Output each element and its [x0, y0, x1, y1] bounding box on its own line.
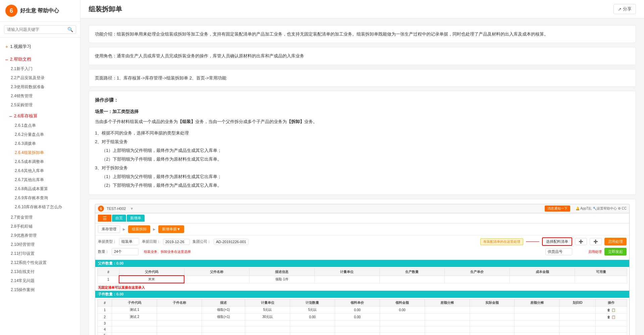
table-row: 2 测试 2 领取(+1) 30元以 0.00 0.00 — [98, 314, 627, 321]
ss-add-btn2[interactable]: ➕ — [590, 238, 602, 245]
ss-ctd-price-2: 0.00 — [335, 314, 380, 321]
ss-sub-notice2: 启用处理 — [588, 249, 602, 254]
ss-process-btn[interactable]: 启用处理 — [604, 238, 627, 245]
ss-ctd-4-12 — [559, 327, 596, 333]
ss-th-cost: 成本金额 — [510, 269, 575, 276]
ss-ctd-5-2 — [112, 333, 157, 335]
ss-ctd-4-7 — [335, 327, 380, 333]
sidebar-item-2-6-2[interactable]: 2.6.2分量盘点单 — [0, 130, 80, 139]
nav-section-2-6-title[interactable]: + – 2.6库存核算 — [0, 111, 80, 121]
ss-ctd-3-8 — [380, 321, 425, 327]
ss-ctd-unit-1: 5元以 — [245, 306, 290, 314]
ss-ctd-unit-2: 30元以 — [245, 314, 290, 321]
ss-ctd-4-13[interactable] — [595, 327, 627, 333]
ss-th-avail: 可用量 — [575, 269, 627, 276]
ss-td-fcode: 米米 — [119, 276, 184, 283]
ss-tab-new[interactable]: 新增单 — [127, 215, 145, 222]
role-intro-block: 使用角色：通常由生产人员或库管人员完成拆装业务的操作，库管人员确认原材料的出库和… — [89, 47, 636, 65]
sidebar-item-2-11[interactable]: 2.11打印设置 — [0, 249, 80, 258]
ss-ctd-5-9 — [425, 333, 470, 335]
sidebar-item-2-9[interactable]: 2.9优惠券管理 — [0, 231, 80, 240]
sidebar-item-2-3[interactable]: 2.3使用前数据准备 — [0, 82, 80, 92]
ss-btn-assemble[interactable]: 组装拆卸 — [128, 225, 150, 233]
ss-ctd-4-8 — [380, 327, 425, 333]
sidebar: 6 好生意 帮助中心 🔍 + – 1.视频学习 + – 2.帮助文档 2.1新手… — [0, 0, 80, 335]
sidebar-item-2-7[interactable]: 2.7资金管理 — [0, 213, 80, 222]
ss-ctd-num-1: 1 — [98, 306, 112, 314]
nav-section-2-6-children: 2.6.1盘点单 2.6.2分量盘点单 2.6.3调拨单 2.6.4组装拆卸单 … — [0, 121, 80, 212]
ss-ctd-4-5 — [245, 327, 290, 333]
search-input[interactable] — [7, 27, 67, 32]
sidebar-item-2-14[interactable]: 2.14常见问题 — [0, 276, 80, 285]
ss-input-qty[interactable]: 24个 — [112, 248, 139, 255]
ss-input-date[interactable]: 2019-12-26 — [163, 239, 190, 245]
sidebar-item-2-6-6[interactable]: 2.6.6其他入库单 — [0, 166, 80, 175]
ss-dropdown-icon: ▼ — [130, 207, 133, 211]
sidebar-item-2-8[interactable]: 2.8手机旺铺 — [0, 222, 80, 231]
ss-ctd-3-13[interactable] — [595, 321, 627, 327]
ss-ctd-diff-2 — [425, 314, 470, 321]
ss-ctd-planqty-2: 0.00 — [290, 314, 335, 321]
ss-btn-inventory[interactable]: 库存管理 — [98, 225, 120, 233]
steps-block: 操作步骤： 场景一：加工类型选择 当由多个子件材料组装成一个成品的业务为【组装】… — [89, 91, 636, 195]
ss-td-unit — [314, 276, 379, 283]
nav-section-2-title[interactable]: + – 2.帮助文档 — [0, 54, 80, 64]
sidebar-item-2-4[interactable]: 2.4销售管理 — [0, 92, 80, 101]
sidebar-item-2-5[interactable]: 2.5采购管理 — [0, 101, 80, 110]
ss-ctd-3-7 — [335, 321, 380, 327]
ss-parent-table-header: # 父件代码 父件名称 描述信息 计量单位 生产数量 生产单价 成本金额 可用量 — [98, 269, 627, 276]
sidebar-item-2-6-3[interactable]: 2.6.3调拨单 — [0, 139, 80, 148]
ss-annotation-fixed: 无固定清单可以直接在这里录入 — [98, 286, 145, 289]
ss-confirm-btn[interactable]: 立即发起 — [604, 248, 627, 256]
sidebar-item-2-6-8[interactable]: 2.6.8商品成本重算 — [0, 184, 80, 193]
sidebar-item-2-6-5[interactable]: 2.6.5成本调整单 — [0, 157, 80, 166]
nav-section-2: + – 2.帮助文档 2.1新手入门 2.2产品安装及登录 2.3使用前数据准备… — [0, 53, 80, 296]
sidebar-item-2-6-9[interactable]: 2.6.9库存账本查询 — [0, 193, 80, 203]
ss-ctd-3-10 — [470, 321, 515, 327]
ss-ctd-op-2[interactable]: 🗑 📋 — [595, 314, 627, 321]
search-area: 🔍 — [0, 22, 80, 38]
ss-child-header: 子件数量：0.00 — [95, 291, 629, 298]
ss-ctd-op-1[interactable]: 🗑 📋 — [595, 306, 627, 314]
ss-input-type[interactable]: 组装单 — [119, 238, 139, 245]
ss-ctd-3-6 — [290, 321, 335, 327]
sidebar-item-2-6-4[interactable]: 2.6.4组装拆卸单 — [0, 148, 80, 157]
ss-ctd-5-13[interactable] — [595, 333, 627, 335]
sidebar-item-2-6-1[interactable]: 2.6.1盘点单 — [0, 121, 80, 130]
ss-parent-annotation: 无固定清单可以直接在这里录入 — [95, 285, 629, 291]
nav-section-1-label: 1.视频学习 — [10, 44, 31, 50]
ss-ctd-5-8 — [380, 333, 425, 335]
ss-add-btn1[interactable]: ➕ — [575, 238, 587, 245]
ss-th-fname: 父件名称 — [184, 269, 249, 276]
sidebar-item-2-6-10[interactable]: 2.6.10库存账本错了怎么办 — [0, 203, 80, 212]
ss-ctd-name-2 — [157, 314, 202, 321]
ss-input-docid[interactable]: AD-20191226-001 — [214, 239, 249, 245]
sidebar-item-2-10[interactable]: 2.10经营管理 — [0, 240, 80, 249]
logo-area: 6 好生意 帮助中心 — [0, 0, 80, 22]
sidebar-item-2-12[interactable]: 2.12系统个性化设置 — [0, 258, 80, 267]
sidebar-item-2-13[interactable]: 2.13在线支付 — [0, 267, 80, 276]
ss-input-supply[interactable]: 供货品号 — [545, 248, 572, 255]
sidebar-item-2-6-7[interactable]: 2.6.7其他出库单 — [0, 175, 80, 184]
ss-td-prodqty — [379, 276, 444, 283]
search-icon[interactable]: 🔍 — [67, 27, 73, 32]
nav-section-1-title[interactable]: + – 1.视频学习 — [0, 42, 80, 52]
ss-ctd-price-1: 0.00 — [335, 306, 380, 314]
content-area: 功能介绍：组装拆卸单用来处理企业组装或拆卸等加工业务，支持有固定装配清单的产品加… — [80, 18, 644, 335]
ss-btn-newdoc[interactable]: 新增单据▼ — [158, 225, 184, 233]
ss-ctd-3-3 — [157, 321, 202, 327]
ss-ctd-4-10 — [470, 327, 515, 333]
ss-td-cost — [510, 276, 575, 283]
ss-tab-self[interactable]: 自页 — [112, 215, 126, 222]
ss-ctd-5-1: 5 — [98, 333, 112, 335]
table-row: 3 — [98, 321, 627, 327]
ss-ctd-5-5 — [245, 333, 290, 335]
sidebar-item-2-2[interactable]: 2.2产品安装及登录 — [0, 73, 80, 82]
ss-ctd-4-9 — [425, 327, 470, 333]
ss-ctd-5-12 — [559, 333, 596, 335]
ss-select-recipe-btn[interactable]: 选择配料清单 — [542, 237, 572, 246]
sidebar-item-2-1[interactable]: 2.1新手入门 — [0, 64, 80, 73]
share-button[interactable]: ↗ 分享 — [613, 4, 636, 14]
sidebar-item-2-15[interactable]: 2.15操作案例 — [0, 285, 80, 294]
ss-th-fcode: 父件代码 — [119, 269, 184, 276]
